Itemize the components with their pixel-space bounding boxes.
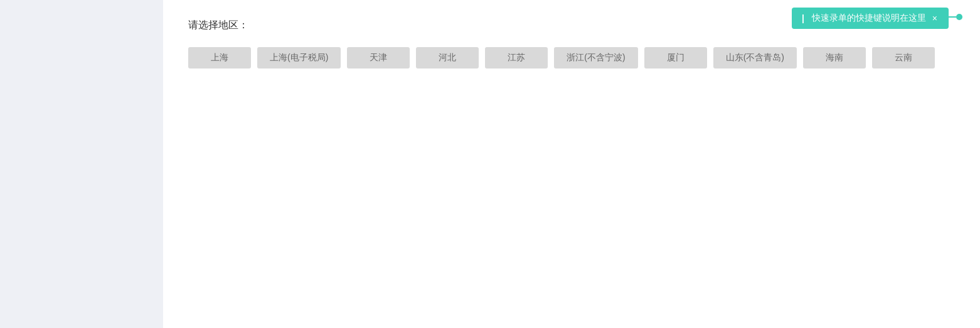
region-button-hebei[interactable]: 河北 [416,47,479,68]
region-button-tianjin[interactable]: 天津 [347,47,410,68]
region-button-shanghai[interactable]: 上海 [188,47,251,68]
region-button-shandong[interactable]: 山东(不含青岛) [713,47,797,68]
region-buttons: 上海上海(电子税局)天津河北江苏浙江(不含宁波)厦门山东(不含青岛)海南云南 [188,47,955,68]
tooltip-dot [956,14,962,20]
region-button-yunnan[interactable]: 云南 [872,47,935,68]
sidebar [0,0,163,328]
tooltip-banner: 快速录单的快捷键说明在这里 × [792,8,949,29]
region-button-jiangsu[interactable]: 江苏 [485,47,548,68]
main-content: 请选择地区： 上海上海(电子税局)天津河北江苏浙江(不含宁波)厦门山东(不含青岛… [163,0,980,328]
region-button-zhejiang[interactable]: 浙江(不含宁波) [554,47,637,68]
region-button-shanghai-etax[interactable]: 上海(电子税局) [257,47,341,68]
region-button-hainan[interactable]: 海南 [803,47,866,68]
tooltip-line [949,16,956,18]
tooltip-text: 快速录单的快捷键说明在这里 [812,13,926,24]
tooltip-close-button[interactable]: × [931,14,939,23]
region-button-xiamen[interactable]: 厦门 [644,47,707,68]
